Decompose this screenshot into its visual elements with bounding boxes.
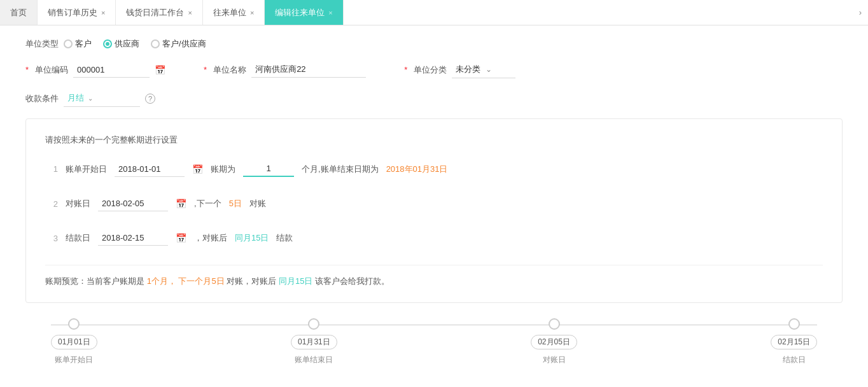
period-row-3: 3 结款日 📅 ，对账后 同月15日 结款: [45, 230, 823, 246]
period-row-3-prefix: ，对账后: [194, 232, 227, 244]
period-row-2: 2 对账日 📅 ,下一个 5日 对账: [45, 196, 823, 211]
tab-edit-counterparty[interactable]: 编辑往来单位 ×: [265, 0, 343, 25]
unit-category-label: 单位分类: [414, 64, 447, 76]
period-row-3-date-input[interactable]: [98, 230, 168, 246]
period-row-1-number: 1: [45, 164, 58, 174]
timeline-dot-3-circle: [549, 318, 560, 330]
unit-name-label: 单位名称: [213, 64, 246, 76]
payment-terms-value: 月结: [67, 92, 84, 104]
unit-category-value: 未分类: [456, 64, 480, 75]
period-row-2-calendar-icon[interactable]: 📅: [176, 199, 186, 209]
period-row-2-date-input[interactable]: [98, 196, 168, 211]
period-row-1: 1 账单开始日 📅 账期为 个月,账单结束日期为 2018年01月31日: [45, 161, 823, 177]
preview-section: 账期预览：当前客户账期是 1个月， 下一个月5日 对账，对账后 同月15日 该客…: [45, 265, 823, 287]
tab-bar: 首页 销售订单历史 × 钱货日清工作台 × 往来单位 × 编辑往来单位 × ›: [0, 0, 868, 25]
radio-supplier-label: 供应商: [115, 38, 139, 50]
preview-part3: 同月15日: [279, 276, 312, 286]
preview-label: 账期预览：当前客户账期是: [45, 276, 144, 286]
unit-name-required: *: [204, 65, 207, 74]
unit-type-row: 单位类型 客户 供应商 客户/供应商: [25, 38, 843, 50]
radio-customer-circle: [64, 39, 73, 48]
period-row-3-label: 结款日: [66, 232, 90, 244]
payment-terms-help-icon[interactable]: ?: [145, 94, 155, 104]
timeline-dot-1: 01月01日 账单开始日: [51, 318, 97, 365]
unit-code-input[interactable]: [73, 62, 150, 78]
period-section: 请按照未来的一个完整帐期进行设置 1 账单开始日 📅 账期为 个月,账单结束日期…: [25, 118, 843, 303]
preview-suffix: 该客户会给我打款。: [315, 276, 389, 286]
period-row-1-date-input[interactable]: [115, 162, 185, 177]
tab-counterparty[interactable]: 往来单位 ×: [203, 0, 265, 25]
timeline-dot-3-sublabel: 对账日: [543, 355, 566, 365]
timeline-dot-4-circle: [788, 318, 800, 330]
period-row-2-number: 2: [45, 199, 58, 209]
period-row-2-highlight-mid: 5日: [229, 198, 242, 209]
unit-name-group: * 单位名称: [204, 62, 366, 78]
tab-counterparty-close-icon[interactable]: ×: [250, 9, 254, 17]
radio-supplier[interactable]: 供应商: [103, 38, 139, 50]
period-row-3-highlight-mid: 同月15日: [235, 232, 269, 244]
tab-sales-label: 销售订单历史: [48, 7, 97, 18]
tab-sales-close-icon[interactable]: ×: [101, 9, 105, 17]
radio-both-label: 客户/供应商: [162, 38, 206, 50]
period-row-2-label: 对账日: [66, 198, 90, 209]
unit-type-label: 单位类型: [25, 38, 59, 50]
payment-terms-select[interactable]: 月结 ⌄: [64, 90, 140, 107]
main-content: 单位类型 客户 供应商 客户/供应商 * 单位编码: [0, 25, 868, 387]
period-row-3-suffix: 结款: [276, 232, 293, 244]
unit-code-calendar-icon[interactable]: 📅: [155, 65, 165, 75]
timeline-dot-1-label: 01月01日: [51, 335, 97, 349]
timeline-dot-1-circle: [68, 318, 80, 330]
period-row-1-calendar-icon[interactable]: 📅: [192, 164, 203, 174]
radio-supplier-circle: [103, 39, 112, 48]
tab-home[interactable]: 首页: [0, 0, 38, 25]
period-row-2-suffix: 对账: [249, 198, 266, 209]
section-instruction: 请按照未来的一个完整帐期进行设置: [45, 134, 823, 146]
radio-customer-label: 客户: [75, 38, 92, 50]
unit-code-label: 单位编码: [35, 64, 68, 76]
preview-part2: 下一个月5日: [178, 276, 224, 286]
unit-code-group: * 单位编码 📅: [25, 62, 165, 78]
payment-terms-label: 收款条件: [25, 93, 59, 104]
unit-category-chevron-icon: ⌄: [486, 65, 492, 74]
timeline-wrapper: 01月01日 账单开始日 01月31日 账单结束日 02月05日 对账日 02月…: [25, 318, 843, 365]
timeline-dot-2: 01月31日 账单结束日: [291, 318, 337, 365]
unit-type-group: 单位类型 客户 供应商 客户/供应商: [25, 38, 206, 50]
preview-part1: 1个月，: [147, 276, 176, 286]
period-row-2-prefix: ,下一个: [194, 198, 221, 209]
tab-cash-reconciliation[interactable]: 钱货日清工作台 ×: [116, 0, 202, 25]
period-row-3-calendar-icon[interactable]: 📅: [176, 233, 186, 243]
radio-customer[interactable]: 客户: [64, 38, 92, 50]
timeline-dot-1-sublabel: 账单开始日: [55, 355, 93, 365]
tab-home-label: 首页: [10, 7, 27, 18]
unit-info-row: * 单位编码 📅 * 单位名称 * 单位分类 未分类 ⌄: [25, 61, 843, 78]
period-row-1-prefix: 账期为: [211, 164, 235, 175]
unit-name-input[interactable]: [251, 62, 366, 78]
tab-edit-close-icon[interactable]: ×: [328, 9, 332, 17]
tab-arrow-icon[interactable]: ›: [853, 0, 868, 25]
timeline-dot-4-sublabel: 结款日: [783, 355, 806, 365]
period-row-1-highlight: 2018年01月31日: [386, 164, 448, 175]
radio-both-circle: [151, 39, 160, 48]
tab-sales-order-history[interactable]: 销售订单历史 ×: [38, 0, 116, 25]
unit-category-select[interactable]: 未分类 ⌄: [452, 61, 515, 78]
timeline-dot-2-circle: [308, 318, 319, 330]
payment-terms-row: 收款条件 月结 ⌄ ?: [25, 90, 843, 107]
unit-type-radio-group: 客户 供应商 客户/供应商: [64, 38, 206, 50]
payment-terms-group: 收款条件 月结 ⌄ ?: [25, 90, 155, 107]
timeline-dot-2-label: 01月31日: [291, 335, 337, 349]
timeline-dot-3: 02月05日 对账日: [531, 318, 577, 365]
tab-cash-close-icon[interactable]: ×: [188, 9, 192, 17]
tab-edit-label: 编辑往来单位: [275, 7, 325, 18]
payment-terms-arrow-icon: ⌄: [88, 95, 93, 102]
unit-code-required: *: [25, 65, 29, 74]
radio-customer-supplier[interactable]: 客户/供应商: [151, 38, 206, 50]
period-row-1-suffix: 个月,账单结束日期为: [302, 164, 379, 175]
tab-cash-label: 钱货日清工作台: [126, 7, 184, 18]
timeline-dot-4-label: 02月15日: [771, 335, 817, 349]
period-row-1-label: 账单开始日: [66, 164, 107, 175]
preview-middle: 对账，对账后: [227, 276, 276, 286]
timeline-dot-3-label: 02月05日: [531, 335, 577, 349]
period-row-3-number: 3: [45, 234, 58, 243]
tab-counterparty-label: 往来单位: [213, 7, 246, 18]
period-input[interactable]: [243, 161, 294, 177]
